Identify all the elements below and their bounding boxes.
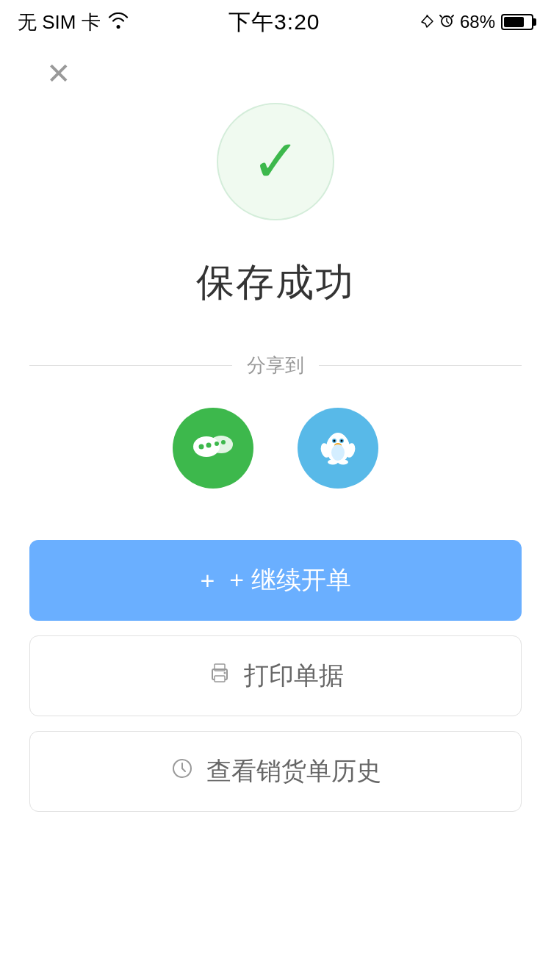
status-right: 68% <box>420 12 533 32</box>
close-icon: ✕ <box>46 59 71 88</box>
history-label: 查看销货单历史 <box>206 754 381 788</box>
wifi-icon <box>108 11 129 34</box>
wechat-share-button[interactable] <box>173 408 253 489</box>
qq-share-button[interactable] <box>298 408 378 489</box>
divider-right <box>319 365 522 366</box>
status-bar: 无 SIM 卡 下午3:20 68% <box>0 0 551 44</box>
continue-button[interactable]: + + 继续开单 <box>29 540 522 621</box>
history-button[interactable]: 查看销货单历史 <box>29 731 522 812</box>
print-icon <box>207 660 232 691</box>
alarm-icon <box>439 12 454 32</box>
share-icons-container <box>0 408 551 489</box>
share-divider: 分享到 <box>0 353 551 378</box>
carrier-text: 无 SIM 卡 <box>18 10 101 35</box>
svg-point-18 <box>331 444 345 461</box>
checkmark-icon: ✓ <box>251 132 300 191</box>
status-time: 下午3:20 <box>228 7 320 37</box>
svg-point-3 <box>198 444 204 449</box>
close-button[interactable]: ✕ <box>37 51 81 96</box>
battery-percent: 68% <box>460 12 495 32</box>
share-section: 分享到 <box>0 353 551 489</box>
history-icon <box>170 756 195 787</box>
battery-icon <box>501 14 533 30</box>
share-label: 分享到 <box>232 353 319 378</box>
svg-point-11 <box>334 440 336 442</box>
success-circle: ✓ <box>217 103 334 220</box>
divider-left <box>29 365 232 366</box>
print-button[interactable]: 打印单据 <box>29 635 522 716</box>
svg-point-5 <box>215 442 219 446</box>
svg-point-6 <box>221 440 226 444</box>
location-icon <box>420 12 433 32</box>
svg-rect-20 <box>215 676 225 682</box>
continue-icon: + <box>200 566 215 595</box>
status-carrier: 无 SIM 卡 <box>18 10 129 35</box>
success-title: 保存成功 <box>196 257 355 309</box>
svg-point-12 <box>341 440 343 442</box>
svg-point-2 <box>209 436 233 453</box>
continue-label: + 继续开单 <box>226 563 350 597</box>
svg-point-22 <box>224 672 226 674</box>
main-content: ✓ 保存成功 分享到 <box>0 44 551 812</box>
svg-point-4 <box>206 442 211 447</box>
action-buttons: + + 继续开单 打印单据 查看销货单历史 <box>0 540 551 812</box>
print-label: 打印单据 <box>244 659 344 693</box>
